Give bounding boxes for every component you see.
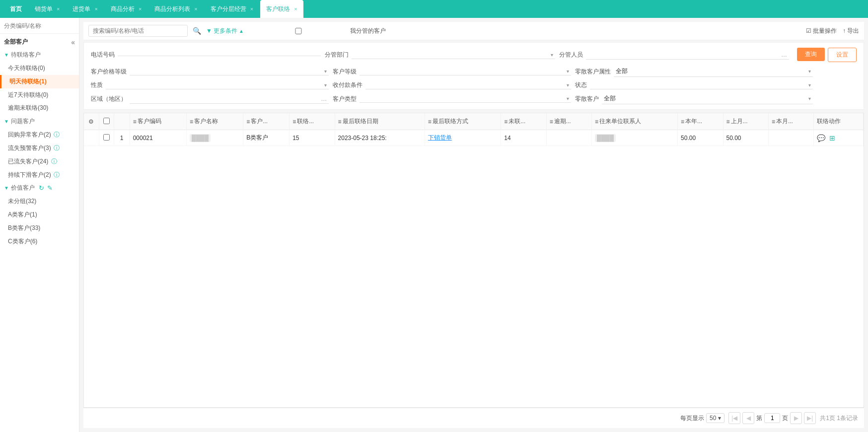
nav-home[interactable]: 首页 <box>4 0 28 18</box>
my-customer-checkbox-wrapper[interactable]: 我分管的客户 <box>249 27 386 35</box>
filter-customer-type-select[interactable]: ▾ <box>360 95 571 103</box>
close-product-analysis-icon[interactable]: × <box>139 6 142 12</box>
sidebar-item-class-a[interactable]: A类客户(1) <box>0 208 79 221</box>
filter-region-select[interactable]: … <box>130 94 329 104</box>
query-button[interactable]: 查询 <box>797 48 825 61</box>
row-code: 000021 <box>130 130 186 146</box>
row-checkbox[interactable] <box>99 130 114 146</box>
export-button[interactable]: ↑ 导出 <box>843 27 859 35</box>
close-customer-tier-icon[interactable]: × <box>250 6 253 12</box>
group-problem-customer[interactable]: ▼ 问题客户 <box>0 115 79 128</box>
region-dots-icon: … <box>321 95 327 102</box>
expand-value-icon: ▼ <box>4 185 9 191</box>
sidebar-item-declining[interactable]: 持续下滑客户(2) ⓘ <box>0 168 79 182</box>
nav-sales-order[interactable]: 销货单 × <box>29 0 66 18</box>
price-grade-arrow: ▾ <box>324 69 327 74</box>
nav-customer-contact[interactable]: 客户联络 × <box>260 0 303 18</box>
search-input[interactable] <box>88 25 188 37</box>
more-action-icon[interactable]: ⊞ <box>829 134 835 142</box>
col-last-contact-method[interactable]: ≡ 最后联络方式 <box>425 113 501 130</box>
close-product-analysis-list-icon[interactable]: × <box>194 6 197 12</box>
my-customer-checkbox[interactable] <box>249 28 348 34</box>
sidebar-item-churned[interactable]: 已流失客户(24) ⓘ <box>0 155 79 168</box>
filter-payment-select[interactable]: ▾ <box>365 81 571 89</box>
sidebar: 🔍 全部客户 « ▼ 待联络客户 今天待联络(0) 明天待联络(1) 近7天待联… <box>0 18 79 432</box>
retail-customer-arrow: ▾ <box>808 96 811 101</box>
col-overdue[interactable]: ≡ 逾期... <box>546 113 591 130</box>
col-name[interactable]: ≡ 客户名称 <box>186 113 243 130</box>
expand-pending-icon: ▼ <box>4 52 9 58</box>
prev-page-button[interactable]: ◀ <box>742 412 754 424</box>
expand-problem-icon: ▼ <box>4 119 9 124</box>
payment-arrow: ▾ <box>567 82 569 88</box>
filter-status-select[interactable]: ▾ <box>590 81 813 89</box>
col-this-year[interactable]: ≡ 本年... <box>678 113 723 130</box>
more-filter-button[interactable]: ▼ 更多条件 ▲ <box>206 27 244 35</box>
search-button[interactable]: 🔍 <box>193 27 201 35</box>
close-purchase-order-icon[interactable]: × <box>94 6 97 12</box>
col-unit-contact[interactable]: ≡ 往来单位联系人 <box>592 113 678 130</box>
page-size-select: 每页显示 50 ▾ <box>680 413 724 423</box>
col-contact[interactable]: ≡ 联络... <box>289 113 335 130</box>
select-all-checkbox[interactable] <box>103 118 110 124</box>
filter-price-grade: 客户价格等级 ▾ <box>91 68 329 76</box>
next-page-button[interactable]: ▶ <box>790 412 802 424</box>
customer-table: ⚙ ≡ 客户编码 ≡ <box>84 113 864 146</box>
filter-retail-attr: 零散客户属性 全部 ▾ <box>575 66 813 77</box>
close-sales-order-icon[interactable]: × <box>57 6 60 12</box>
sidebar-item-class-c[interactable]: C类客户(6) <box>0 235 79 248</box>
set-button[interactable]: 设置 <box>828 48 857 62</box>
filter-phone-input[interactable] <box>118 54 321 56</box>
table-row: 1 000021 ████ B类客户 15 2023-05-23 18:25: … <box>84 130 864 146</box>
last-page-button[interactable]: ▶| <box>804 412 816 424</box>
collapse-sidebar-icon[interactable]: « <box>71 38 75 46</box>
sidebar-item-overdue-contact[interactable]: 逾期未联络(30) <box>0 101 79 115</box>
filter-payment: 收付款条件 ▾ <box>333 81 571 89</box>
customer-grade-arrow: ▾ <box>567 69 569 74</box>
row-last-contact-method[interactable]: 下销货单 <box>425 130 501 146</box>
sidebar-item-churn-warning[interactable]: 流失预警客户(3) ⓘ <box>0 142 79 155</box>
nav-purchase-order[interactable]: 进货单 × <box>67 0 103 18</box>
group-pending-contact[interactable]: ▼ 待联络客户 <box>0 48 79 62</box>
bulk-op-button[interactable]: ☑ 批量操作 <box>806 27 837 35</box>
filter-dept-select[interactable]: ▾ <box>352 51 555 59</box>
sidebar-item-today-contact[interactable]: 今天待联络(0) <box>0 62 79 75</box>
col-gear[interactable]: ⚙ <box>84 113 99 130</box>
filter-manager-select[interactable]: … <box>586 50 789 60</box>
sidebar-item-repurchase-abnormal[interactable]: 回购异常客户(2) ⓘ <box>0 128 79 142</box>
sidebar-search-input[interactable] <box>4 22 78 29</box>
nav-product-analysis-list[interactable]: 商品分析列表 × <box>148 0 203 18</box>
filter-status: 状态 ▾ <box>575 81 813 89</box>
filter-dept: 分管部门 ▾ <box>325 51 555 59</box>
col-code[interactable]: ≡ 客户编码 <box>130 113 186 130</box>
filter-customer-grade-select[interactable]: ▾ <box>360 68 571 75</box>
col-this-month[interactable]: ≡ 本月... <box>768 113 813 130</box>
filter-retail-attr-select[interactable]: 全部 ▾ <box>614 66 813 77</box>
col-last-month[interactable]: ≡ 上月... <box>723 113 768 130</box>
first-page-button[interactable]: |◀ <box>728 412 740 424</box>
nav-customer-tier[interactable]: 客户分层经营 × <box>205 0 259 18</box>
customer-table-container: ⚙ ≡ 客户编码 ≡ <box>83 113 864 408</box>
sidebar-item-class-b[interactable]: B类客户(33) <box>0 221 79 235</box>
sidebar-item-ungrouped[interactable]: 未分组(32) <box>0 195 79 208</box>
filter-retail-customer-select[interactable]: 全部 ▾ <box>602 93 813 104</box>
contact-action-icon[interactable]: 💬 <box>817 134 825 142</box>
page-input-box: 第 页 <box>756 413 788 423</box>
filter-price-grade-select[interactable]: ▾ <box>130 68 329 75</box>
table-footer: 每页显示 50 ▾ |◀ ◀ 第 页 ▶ ▶| 共1页 1条记录 <box>83 408 864 428</box>
filter-nature-select[interactable]: ▾ <box>106 81 329 89</box>
page-size-dropdown[interactable]: 50 ▾ <box>706 413 724 423</box>
nav-product-analysis[interactable]: 商品分析 × <box>105 0 147 18</box>
close-customer-contact-icon[interactable]: × <box>294 6 297 12</box>
col-checkbox[interactable] <box>99 113 114 130</box>
row-action: 💬 ⊞ <box>814 130 864 146</box>
page-number-input[interactable] <box>764 413 780 423</box>
col-type[interactable]: ≡ 客户... <box>243 113 289 130</box>
group-value-customer[interactable]: ▼ 价值客户 ↻ ✎ <box>0 181 79 195</box>
col-last-contact-date[interactable]: ≡ 最后联络日期 <box>335 113 425 130</box>
col-action: 联络动作 <box>814 113 864 130</box>
col-uncontacted[interactable]: ≡ 未联... <box>501 113 546 130</box>
filter-phone: 电话号码 <box>91 51 321 59</box>
sidebar-item-7day-contact[interactable]: 近7天待联络(0) <box>0 88 79 102</box>
sidebar-item-tomorrow-contact[interactable]: 明天待联络(1) <box>0 75 79 88</box>
